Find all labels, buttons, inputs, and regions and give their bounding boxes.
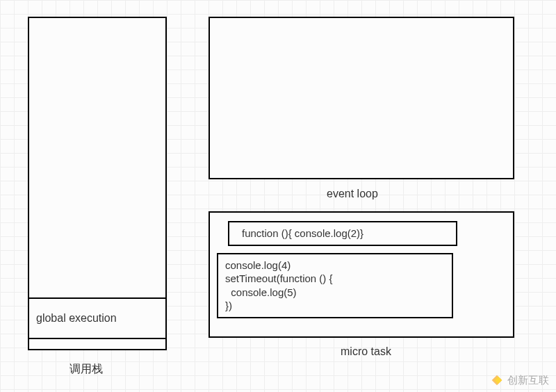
watermark: 创新互联	[489, 373, 549, 388]
microtask-box: function (){ console.log(2)} console.log…	[208, 211, 514, 338]
callstack-frame-global: global execution	[28, 297, 167, 339]
frame-label-global: global execution	[36, 312, 117, 325]
watermark-text: 创新互联	[507, 374, 549, 387]
callstack-container: global execution	[28, 17, 167, 350]
microtask-item-2: console.log(4) setTimeout(function () { …	[217, 253, 453, 318]
eventloop-box	[208, 17, 514, 179]
microtask-label: micro task	[341, 345, 391, 358]
eventloop-label: event loop	[327, 188, 378, 200]
microtask-item-1: function (){ console.log(2)}	[228, 221, 457, 246]
watermark-icon	[489, 373, 505, 388]
callstack-label: 调用栈	[70, 362, 103, 377]
